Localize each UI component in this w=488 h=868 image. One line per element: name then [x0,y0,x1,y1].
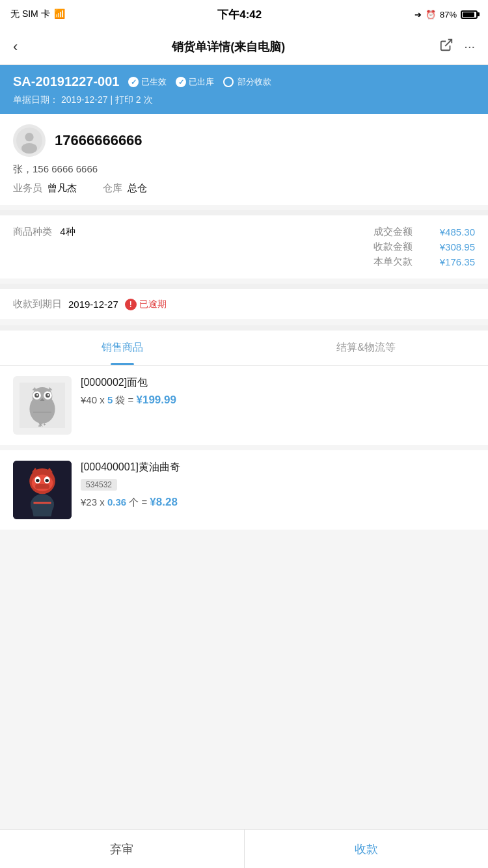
received-value: ¥308.95 [423,241,475,252]
product-name-2: [000400001]黄油曲奇 [81,461,475,474]
product-total-1: ¥199.99 [137,394,176,406]
collect-button[interactable]: 收款 [245,830,489,868]
salesperson-label: 业务员 [13,182,42,193]
svg-point-2 [25,133,33,141]
badge-effective: ✓ 已生效 [128,76,167,88]
avatar [13,124,46,157]
product-total-2: ¥8.28 [150,496,178,508]
customer-phone: 17666666666 [55,132,142,149]
alarm-icon: ⏰ [426,10,436,20]
tab-settlement-logistics[interactable]: 结算&物流等 [244,331,488,365]
customer-card: 17666666666 张，156 6666 6666 业务员 曾凡杰 仓库 总… [0,114,488,205]
customer-top: 17666666666 [13,124,475,157]
svg-point-11 [36,394,38,396]
more-button[interactable]: ··· [464,39,475,54]
status-right: ➔ ⏰ 87% [414,10,478,20]
category-label: 商品种类 [13,226,52,237]
overdue-text: 已逾期 [139,299,167,310]
customer-meta: 业务员 曾凡杰 仓库 总仓 [13,182,475,195]
status-bar: 无 SIM 卡 📶 下午4:42 ➔ ⏰ 87% [0,0,488,29]
divider-3 [0,325,488,331]
salesperson-value: 曾凡杰 [47,182,77,193]
tab-sales-products[interactable]: 销售商品 [0,331,244,365]
reject-button[interactable]: 弃审 [0,830,245,868]
summary-right: 成交金额 ¥485.30 收款金额 ¥308.95 本单欠款 ¥176.35 [373,226,475,268]
svg-rect-26 [35,484,49,489]
overdue-icon: ! [125,299,137,310]
amount-value: ¥485.30 [423,226,475,237]
order-id: SA-20191227-001 [13,74,119,89]
bottom-bar: 弃审 收款 [0,829,488,868]
svg-point-24 [36,479,39,482]
tab-bar: 销售商品 结算&物流等 [0,331,488,366]
status-left: 无 SIM 卡 📶 [10,8,65,20]
warehouse-label: 仓库 [103,182,122,193]
due-value: ¥176.35 [423,256,475,267]
product-qty-1: 5 [107,394,113,405]
battery-percent: 87% [440,10,457,20]
order-date: 2019-12-27 [61,94,108,105]
product-price-2: ¥23 x 0.36 个 = ¥8.28 [81,496,475,509]
bottom-spacer [0,535,488,580]
page-title: 销货单详情(来自电脑) [172,39,285,55]
nav-actions: ··· [439,38,475,55]
divider-2 [0,284,488,289]
check-icon: ✓ [128,77,139,87]
due-date-value: 2019-12-27 [68,299,118,310]
product-tag-2: 534532 [81,479,117,491]
print-suffix: 次 [144,94,153,105]
badge-partial-payment: 部分收款 [223,76,271,88]
status-time: 下午4:42 [217,7,262,22]
badge-shipped: ✓ 已出库 [176,76,214,88]
received-line: 收款金额 ¥308.95 [373,241,475,253]
due-line: 本单欠款 ¥176.35 [373,256,475,268]
product-thumbnail-2 [13,461,72,519]
share-button[interactable] [439,38,454,55]
due-date-bar: 收款到期日 2019-12-27 ! 已逾期 [0,289,488,320]
order-date-row: 单据日期： 2019-12-27 | 打印 2 次 [13,94,475,106]
customer-sub-info: 张，156 6666 6666 [13,163,475,176]
due-label: 本单欠款 [373,256,413,268]
category-item: 商品种类 4种 [13,226,75,238]
order-header-banner: SA-20191227-001 ✓ 已生效 ✓ 已出库 部分收款 单据日期： 2… [0,65,488,114]
clock-icon [223,77,234,87]
amount-line: 成交金额 ¥485.30 [373,226,475,238]
svg-point-25 [46,479,49,482]
nav-bar: ‹ 销货单详情(来自电脑) ··· [0,29,488,65]
received-label: 收款金额 [373,241,413,253]
print-label: | 打印 [110,94,133,105]
svg-point-3 [21,143,37,154]
warehouse-field: 仓库 总仓 [103,182,147,195]
products-list: 象+ [0000002]面包 ¥40 x 5 袋 = ¥199.99 [0,366,488,580]
product-name-1: [0000002]面包 [81,376,475,390]
battery-icon [461,10,478,19]
summary-card: 商品种类 4种 成交金额 ¥485.30 收款金额 ¥308.95 本单欠款 ¥… [0,215,488,278]
summary-row: 商品种类 4种 成交金额 ¥485.30 收款金额 ¥308.95 本单欠款 ¥… [13,226,475,268]
product-info-1: [0000002]面包 ¥40 x 5 袋 = ¥199.99 [81,376,475,407]
product-thumbnail-1: 象+ [13,376,72,435]
summary-left: 商品种类 4种 [13,226,75,238]
due-date-label: 收款到期日 [13,298,62,310]
list-item: 象+ [0000002]面包 ¥40 x 5 袋 = ¥199.99 [0,366,488,445]
svg-point-12 [47,394,49,396]
product-qty-2: 0.36 [107,496,126,508]
list-item: [000400001]黄油曲奇 534532 ¥23 x 0.36 个 = ¥8… [0,450,488,530]
date-label: 单据日期： [13,94,59,105]
category-count: 4种 [60,226,75,237]
svg-text:象+: 象+ [38,422,46,427]
check-icon-2: ✓ [176,77,186,87]
amount-label: 成交金额 [373,226,413,238]
svg-line-0 [445,40,452,46]
print-count: 2 [136,94,141,105]
overdue-badge: ! 已逾期 [125,299,167,310]
divider-1 [0,210,488,215]
warehouse-value: 总仓 [128,182,147,193]
order-status-row: SA-20191227-001 ✓ 已生效 ✓ 已出库 部分收款 [13,74,475,89]
back-button[interactable]: ‹ [13,38,18,55]
product-price-1: ¥40 x 5 袋 = ¥199.99 [81,394,475,407]
product-info-2: [000400001]黄油曲奇 534532 ¥23 x 0.36 个 = ¥8… [81,461,475,509]
location-icon: ➔ [414,10,422,20]
salesperson-field: 业务员 曾凡杰 [13,182,77,195]
